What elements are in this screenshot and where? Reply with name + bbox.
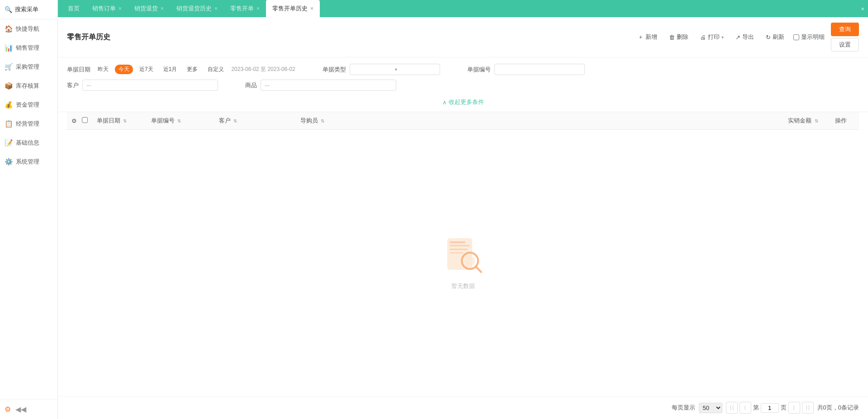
th-settings: ⚙ <box>67 112 92 130</box>
export-button[interactable]: ↗ 导出 <box>733 31 757 43</box>
sidebar-item-label: 基础信息 <box>16 139 39 147</box>
close-window-btn[interactable]: × <box>861 5 864 12</box>
next-page-btn[interactable]: ⟩ <box>788 402 800 414</box>
doc-type-filter-group: 单据类型 ▾ <box>323 64 440 75</box>
pagination-nav: ⟨⟨ ⟨ 第 页 ⟩ ⟩⟩ <box>726 402 814 414</box>
query-button[interactable]: 查询 <box>831 23 859 36</box>
date-opt-yesterday[interactable]: 昨天 <box>94 65 112 74</box>
sidebar-item-basic-info[interactable]: 📝 基础信息 <box>0 133 57 152</box>
col-customer-label: 客户 <box>219 117 231 124</box>
doc-type-label: 单据类型 <box>323 66 346 74</box>
collapse-text: 收起更多条件 <box>449 98 484 106</box>
print-icon: 🖨 <box>700 34 706 41</box>
doc-type-select[interactable]: ▾ <box>350 64 440 75</box>
col-amount-label: 实销金额 <box>788 117 811 124</box>
svg-rect-1 <box>450 241 465 243</box>
tab-bar: 首页 销售订单 × 销货退货 × 销货退货历史 × 零售开单 × 零售开单历史 … <box>58 0 868 17</box>
th-amount[interactable]: 实销金额 ⇅ <box>778 112 823 130</box>
detail-checkbox-input[interactable] <box>793 34 799 40</box>
tab-label: 销货退货 <box>134 5 158 13</box>
last-page-btn[interactable]: ⟩⟩ <box>802 402 814 414</box>
customer-input[interactable] <box>86 82 214 89</box>
svg-rect-2 <box>450 245 470 246</box>
customer-input-wrapper <box>82 80 218 91</box>
sidebar-item-label: 资金管理 <box>16 101 39 109</box>
gear-icon: ⚙️ <box>5 158 13 166</box>
refresh-button[interactable]: ↻ 刷新 <box>763 31 787 43</box>
table-area: ⚙ 单据日期 ⇅ 单据编号 ⇅ <box>58 112 868 396</box>
first-page-btn[interactable]: ⟨⟨ <box>726 402 738 414</box>
add-button[interactable]: ＋ 新增 <box>635 31 660 43</box>
tab-label: 零售开单 <box>230 5 254 13</box>
th-date[interactable]: 单据日期 ⇅ <box>92 112 147 130</box>
tab-retail-open[interactable]: 零售开单 × <box>224 0 266 17</box>
collapse-more-btn[interactable]: ∧ 收起更多条件 <box>67 95 859 108</box>
col-actions-label: 操作 <box>835 117 847 124</box>
date-opt-custom[interactable]: 自定义 <box>204 65 228 74</box>
per-page-select[interactable]: 50 10 20 100 <box>699 403 722 413</box>
th-number[interactable]: 单据编号 ⇅ <box>147 112 214 130</box>
col-number-label: 单据编号 <box>151 117 175 124</box>
page-number-input[interactable] <box>761 403 779 413</box>
tab-close-icon[interactable]: × <box>310 5 313 12</box>
tab-retail-open-history[interactable]: 零售开单历史 × <box>266 0 320 17</box>
tab-home[interactable]: 首页 <box>62 0 86 17</box>
select-all-checkbox[interactable] <box>82 117 88 123</box>
sidebar-item-sales-mgmt[interactable]: 📊 销售管理 <box>0 38 57 57</box>
delete-button[interactable]: 🗑 删除 <box>666 31 691 43</box>
date-opt-today[interactable]: 今天 <box>115 65 133 74</box>
settings-icon[interactable]: ⚙ <box>5 405 11 414</box>
table-settings-icon[interactable]: ⚙ <box>71 118 77 124</box>
th-customer[interactable]: 客户 ⇅ <box>214 112 296 130</box>
sidebar-item-system-mgmt[interactable]: ⚙️ 系统管理 <box>0 152 57 171</box>
date-opt-week[interactable]: 近7天 <box>136 65 157 74</box>
th-salesperson[interactable]: 导购员 ⇅ <box>296 112 350 130</box>
tab-close-icon[interactable]: × <box>256 5 260 12</box>
toolbar: ＋ 新增 🗑 删除 🖨 打印 ▾ ↗ 导出 ↻ 刷新 <box>635 23 859 52</box>
sidebar-item-operations[interactable]: 📋 经营管理 <box>0 114 57 133</box>
date-range-display: 2023-06-02 至 2023-06-02 <box>231 66 295 73</box>
tab-close-icon[interactable]: × <box>214 5 218 12</box>
doc-number-input[interactable] <box>498 66 571 73</box>
tab-close-icon[interactable]: × <box>161 5 164 12</box>
customer-label: 客户 <box>67 81 79 89</box>
goods-input[interactable] <box>265 82 392 89</box>
empty-icon <box>441 236 486 277</box>
svg-point-6 <box>465 256 475 266</box>
collapse-sidebar-icon[interactable]: ◀◀ <box>15 405 26 414</box>
tab-close-icon[interactable]: × <box>119 5 122 12</box>
sidebar-item-quick-nav[interactable]: 🏠 快捷导航 <box>0 19 57 38</box>
sidebar-item-purchase-mgmt[interactable]: 🛒 采购管理 <box>0 57 57 76</box>
date-opt-more[interactable]: 更多 <box>183 65 201 74</box>
sort-icon: ⇅ <box>815 118 818 123</box>
filter-row-1: 单据日期 昨天 今天 近7天 近1月 更多 自定义 2023-06-02 至 2… <box>67 64 859 75</box>
date-options: 昨天 今天 近7天 近1月 更多 自定义 <box>94 65 228 74</box>
date-opt-month[interactable]: 近1月 <box>160 65 181 74</box>
sidebar-item-inventory[interactable]: 📦 库存核算 <box>0 76 57 95</box>
sidebar: 🔍 搜索采单 🏠 快捷导航 📊 销售管理 🛒 采购管理 📦 库存核算 💰 资金管… <box>0 0 58 419</box>
tab-sales-order[interactable]: 销售订单 × <box>86 0 128 17</box>
doc-number-label: 单据编号 <box>467 66 491 74</box>
tab-sales-return[interactable]: 销货退货 × <box>128 0 170 17</box>
display-detail-checkbox[interactable]: 显示明细 <box>793 33 825 41</box>
page-title: 零售开单历史 <box>67 33 635 42</box>
sidebar-search[interactable]: 🔍 搜索采单 <box>0 0 57 19</box>
th-actions: 操作 <box>823 112 859 130</box>
per-page-label: 每页显示 <box>672 404 695 412</box>
sidebar-nav: 🏠 快捷导航 📊 销售管理 🛒 采购管理 📦 库存核算 💰 资金管理 📋 经营管… <box>0 19 57 399</box>
pagination: 每页显示 50 10 20 100 ⟨⟨ ⟨ 第 页 ⟩ ⟩⟩ 共0页，0条记录 <box>58 396 868 419</box>
page-label: 第 <box>753 404 759 412</box>
sidebar-item-finance[interactable]: 💰 资金管理 <box>0 95 57 114</box>
svg-rect-4 <box>450 252 463 254</box>
settings-button[interactable]: 设置 <box>831 38 859 52</box>
prev-page-btn[interactable]: ⟨ <box>740 402 751 414</box>
sidebar-item-label: 销售管理 <box>16 44 39 52</box>
sort-icon: ⇅ <box>123 118 127 123</box>
sidebar-item-label: 经营管理 <box>16 120 39 128</box>
tab-sales-return-history[interactable]: 销货退货历史 × <box>170 0 224 17</box>
print-button[interactable]: 🖨 打印 ▾ <box>697 31 726 43</box>
export-label: 导出 <box>742 33 754 41</box>
svg-line-7 <box>476 267 481 272</box>
customer-filter-group: 客户 <box>67 80 218 91</box>
refresh-label: 刷新 <box>773 33 784 41</box>
